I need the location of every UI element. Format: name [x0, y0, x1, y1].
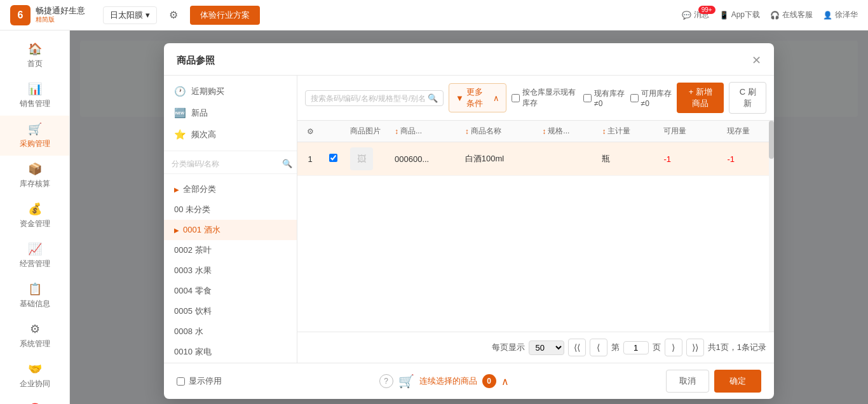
category-item-all[interactable]: ▶ 全部分类 [164, 179, 297, 199]
sort-icon-spec: ↕ [542, 127, 546, 136]
col-settings[interactable]: ⚙ [297, 121, 323, 142]
table-row[interactable]: 1 🖼 000600... 白酒100ml [297, 142, 774, 176]
page-number-input[interactable] [623, 341, 649, 354]
sidebar-item-label: 资金管理 [20, 219, 50, 229]
sidebar-item-purchase[interactable]: 🛒 采购管理 [0, 116, 69, 156]
main-layout: 🏠 首页 📊 销售管理 🛒 采购管理 📦 库存核算 💰 资金管理 📈 经营管理 … [0, 30, 868, 404]
product-search-input[interactable] [311, 93, 425, 103]
col-unit[interactable]: ↕ 主计量 [595, 121, 657, 142]
sidebar-item-inventory[interactable]: 📦 库存核算 [0, 156, 69, 196]
category-item-water[interactable]: 0008 水 [164, 321, 297, 342]
checkbox-available-nonzero[interactable]: 可用库存≠0 [630, 88, 672, 108]
quick-label: 新品 [191, 107, 208, 119]
category-search-bar: 🔍 [164, 154, 297, 174]
online-service-button[interactable]: 🎧 在线客服 [770, 10, 813, 20]
sidebar-item-label: 系统管理 [20, 339, 50, 349]
next-page-button[interactable]: ⟩ [665, 339, 682, 356]
checkbox-stock-nonzero[interactable]: 现有库存≠0 [583, 88, 625, 108]
cancel-button[interactable]: 取消 [666, 370, 709, 393]
operations-icon: 📈 [28, 242, 42, 256]
help-button[interactable]: ? [379, 374, 393, 388]
checkbox-available-input[interactable] [630, 94, 639, 102]
sidebar-item-label: 库存核算 [20, 178, 50, 189]
page-size-select[interactable]: 50 20 100 [529, 340, 564, 355]
user-name: 徐泽华 [835, 10, 858, 20]
cat-item-label: 00 未分类 [174, 204, 210, 215]
col-checkbox [323, 121, 344, 142]
page-summary: 共1页，1条记录 [708, 342, 766, 353]
modal-footer: 显示停用 ? 🛒 连续选择的商品 0 ∧ 取消 确定 [164, 363, 774, 399]
row-checkbox[interactable] [323, 142, 344, 176]
cat-expand-icon: ▶ [174, 186, 179, 193]
sidebar-item-home[interactable]: 🏠 首页 [0, 36, 69, 76]
col-current: 现存量 [721, 121, 774, 142]
category-item-snacks[interactable]: 0004 零食 [164, 281, 297, 301]
content-area: 商品参照 ✕ 🕐 近期购买 🆕 [70, 30, 868, 404]
sidebar-item-basic-info[interactable]: 📋 基础信息 [0, 276, 69, 316]
add-product-button[interactable]: + 新增商品 [677, 83, 724, 113]
last-page-button[interactable]: ⟩⟩ [686, 339, 704, 356]
table-header-row: ⚙ 商品图片 ↕ 商品... [297, 121, 774, 142]
messages-button[interactable]: 💬 消息 99+ [682, 10, 709, 20]
modal-toolbar: 🔍 ▼ 更多条件 ∧ 按仓库显示现有库存 [297, 76, 774, 121]
row-unit: 瓶 [595, 142, 657, 176]
sidebar: 🏠 首页 📊 销售管理 🛒 采购管理 📦 库存核算 💰 资金管理 📈 经营管理 … [0, 30, 70, 404]
category-item-tea[interactable]: 0002 茶叶 [164, 240, 297, 260]
checkbox-stock-input[interactable] [583, 94, 592, 102]
product-table-area: ⚙ 商品图片 ↕ 商品... [297, 121, 774, 332]
quick-new[interactable]: 🆕 新品 [164, 102, 297, 124]
checkbox-warehouse[interactable]: 按仓库显示现有库存 [512, 87, 578, 109]
category-item-appliances[interactable]: 0010 家电 [164, 342, 297, 362]
col-spec[interactable]: ↕ 规格... [536, 121, 595, 142]
table-scrollbar[interactable] [769, 121, 774, 332]
cart-icon[interactable]: 🛒 [398, 374, 414, 389]
category-item-unclassified[interactable]: 00 未分类 [164, 199, 297, 220]
product-image: 🖼 [350, 147, 373, 170]
sidebar-item-operations[interactable]: 📈 经营管理 [0, 236, 69, 276]
show-disabled-input[interactable] [177, 377, 185, 386]
category-search-icon[interactable]: 🔍 [282, 159, 292, 168]
modal-overlay: 商品参照 ✕ 🕐 近期购买 🆕 [70, 30, 868, 404]
quick-recent[interactable]: 🕐 近期购买 [164, 81, 297, 102]
more-filter-button[interactable]: ▼ 更多条件 ∧ [449, 83, 506, 112]
prev-page-button[interactable]: ⟨ [590, 339, 607, 356]
logo-icon: 6 [10, 5, 31, 25]
refresh-button[interactable]: C 刷新 [729, 82, 766, 114]
modal-close-button[interactable]: ✕ [752, 53, 761, 67]
show-disabled-checkbox[interactable]: 显示停用 [177, 375, 222, 387]
checkbox-warehouse-input[interactable] [512, 94, 520, 102]
sidebar-item-guide[interactable]: 🎯 新手引导 [0, 396, 69, 404]
sidebar-item-enterprise[interactable]: 🤝 企业协同 [0, 356, 69, 396]
store-selector[interactable]: 日太阳膜 ▾ [103, 6, 157, 24]
app-download-button[interactable]: 📱 App下载 [719, 10, 760, 20]
category-item-fruit[interactable]: 0003 水果 [164, 260, 297, 281]
show-disabled-label: 显示停用 [189, 375, 222, 387]
sort-icon-unit: ↕ [602, 127, 606, 136]
sidebar-item-finance[interactable]: 💰 资金管理 [0, 196, 69, 236]
collapse-footer-icon[interactable]: ∧ [501, 375, 509, 387]
row-select-checkbox[interactable] [329, 154, 337, 162]
category-search-input[interactable] [172, 159, 278, 168]
first-page-button[interactable]: ⟨⟨ [568, 339, 586, 356]
filter-up-icon: ∧ [493, 93, 499, 103]
category-item-drinks[interactable]: 0005 饮料 [164, 301, 297, 321]
search-icon[interactable]: 🔍 [428, 93, 438, 103]
settings-icon[interactable]: ⚙ [165, 6, 182, 24]
experience-button[interactable]: 体验行业方案 [190, 6, 260, 25]
scrollbar-thumb[interactable] [769, 121, 774, 159]
quick-frequent[interactable]: ⭐ 频次高 [164, 124, 297, 145]
cat-item-label: 0002 茶叶 [174, 245, 212, 256]
sidebar-item-system[interactable]: ⚙ 系统管理 [0, 316, 69, 356]
user-profile-button[interactable]: 👤 徐泽华 [823, 10, 858, 20]
user-icon: 👤 [823, 11, 832, 20]
sidebar-item-sales[interactable]: 📊 销售管理 [0, 76, 69, 116]
message-icon: 💬 [682, 11, 691, 20]
col-name[interactable]: ↕ 商品名称 [459, 121, 536, 142]
col-available: 可用量 [657, 121, 721, 142]
col-code[interactable]: ↕ 商品... [388, 121, 459, 142]
modal-right-panel: 🔍 ▼ 更多条件 ∧ 按仓库显示现有库存 [297, 76, 774, 363]
category-item-liquor[interactable]: ▶ 0001 酒水 [164, 220, 297, 240]
cat-item-label: 0010 家电 [174, 346, 212, 358]
logo-text: 畅捷通好生意 [36, 6, 85, 16]
confirm-button[interactable]: 确定 [714, 370, 761, 393]
